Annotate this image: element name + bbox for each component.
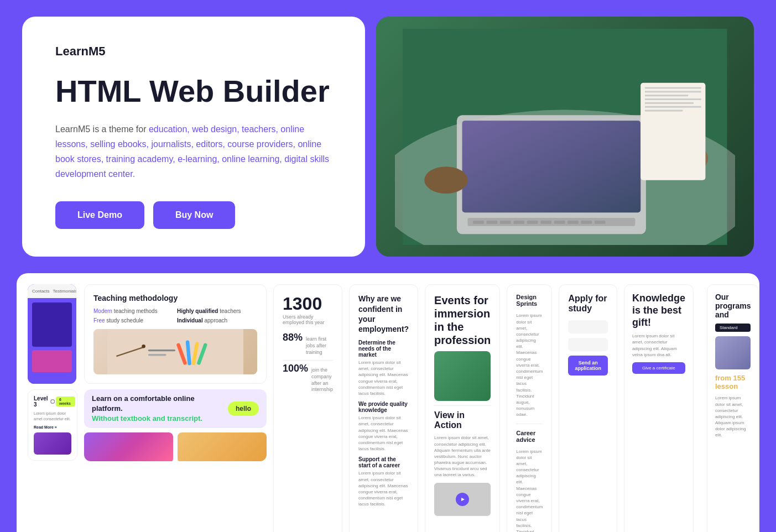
bottom-platform-card: Learn on a comfortable online platform. … — [84, 389, 267, 461]
svg-rect-30 — [148, 350, 175, 351]
price-highlight: from 155 lesson — [715, 374, 751, 390]
weeks-badge: 6 weeks — [56, 397, 75, 406]
svg-rect-11 — [645, 95, 688, 96]
svg-rect-31 — [148, 354, 166, 356]
teaching-grid: Modern teaching methods Highly qualified… — [93, 308, 257, 324]
stat1-pct: 88% — [283, 332, 303, 343]
play-icon[interactable] — [456, 493, 469, 506]
hero-image-card: Home Live Demo Live Demo Blocks — [376, 17, 754, 257]
top-section: LearnM5 HTML Web Builder LearnM5 is a th… — [0, 0, 776, 273]
sprint-text-2: Lorem ipsum dolor sit amet, consectetur … — [516, 448, 543, 532]
col-teaching: Teaching methodology Modern teaching met… — [84, 284, 267, 532]
programs-card: Our programs and Standard from 155 lesso… — [707, 284, 759, 532]
live-demo-button[interactable]: Live Demo — [55, 201, 144, 229]
svg-rect-22 — [554, 221, 565, 224]
apply-submit-btn[interactable]: Send an application — [568, 356, 608, 375]
mini-screen-pink — [32, 350, 72, 372]
sprints-card: Design Sprints Lorem ipsum dolor sit ame… — [507, 284, 552, 532]
view-action-title: View in Action — [434, 410, 491, 430]
svg-rect-14 — [645, 106, 701, 107]
conf-item-1: Determine the needs of the market Lorem … — [358, 340, 409, 397]
hero-title: HTML Web Builder — [55, 74, 332, 108]
svg-rect-19 — [514, 221, 525, 224]
sprint-text-1: Lorem ipsum dolor sit amet, consectetur … — [516, 312, 543, 418]
teaching-image — [93, 329, 257, 374]
svg-point-6 — [424, 166, 467, 194]
svg-rect-27 — [107, 329, 243, 374]
knowledge-title: Knowledge is the best gift! — [632, 293, 685, 328]
level-label: Level 3 — [34, 395, 48, 408]
stat2-desc: join the company after an internship — [311, 367, 333, 393]
stat-row-1: 88% learn first jobs after training — [283, 332, 333, 356]
svg-rect-10 — [645, 91, 701, 92]
svg-rect-13 — [645, 102, 694, 104]
svg-rect-8 — [640, 82, 705, 180]
buy-now-button[interactable]: Buy Now — [153, 201, 235, 229]
level-card: Level 3 6 weeks Lorem ipsum dolor amet c… — [28, 389, 77, 461]
conf-text-2: Lorem ipsum dolor sit amet, consectetur … — [358, 415, 409, 452]
divider — [283, 360, 333, 361]
hero-card: LearnM5 HTML Web Builder LearnM5 is a th… — [22, 17, 365, 257]
svg-rect-15 — [645, 109, 683, 111]
img-yellow — [178, 432, 267, 461]
apply-phone-input[interactable] — [568, 338, 608, 351]
knowledge-btn[interactable]: Give a certificate — [632, 362, 685, 374]
svg-rect-16 — [473, 221, 484, 224]
hello-badge: hello — [228, 401, 259, 416]
programs-desc: Lorem ipsum dolor sit amet, consectetur … — [715, 395, 751, 438]
svg-rect-24 — [581, 221, 592, 224]
svg-rect-25 — [595, 221, 606, 224]
read-more-link[interactable]: Read More » — [34, 425, 71, 429]
svg-point-26 — [50, 400, 54, 404]
laptop-scene — [376, 17, 754, 257]
stat-big-label: Users already employed this year — [283, 314, 333, 325]
conf-item-2: We provide quality knowledge Lorem ipsum… — [358, 401, 409, 452]
svg-rect-4 — [462, 121, 640, 212]
svg-rect-20 — [527, 221, 538, 224]
svg-marker-36 — [461, 498, 465, 501]
sprint-title-1: Design Sprints — [516, 294, 543, 307]
knowledge-text: Lorem ipsum dolor sit amet, consectetur … — [632, 333, 685, 358]
price-value: 155 — [733, 374, 745, 382]
mini-screen-dark — [32, 302, 72, 347]
svg-rect-9 — [645, 87, 701, 88]
apply-card: Apply for study Send an application — [559, 284, 617, 532]
bottom-preview-section: Contacts Testimonials Help Level 3 6 wee… — [17, 273, 759, 532]
conf-title-1: Determine the needs of the market — [358, 340, 409, 358]
stats-card: 1300 Users already employed this year 88… — [273, 284, 342, 532]
col-mockup: Contacts Testimonials Help Level 3 6 wee… — [28, 284, 77, 532]
platform-text: Learn on a comfortable online platform. — [92, 394, 222, 414]
laptop-illustration — [395, 29, 735, 245]
programs-title: Our programs and — [715, 293, 751, 319]
events-divider — [434, 405, 491, 406]
svg-point-29 — [142, 345, 145, 348]
conf-title-3: Support at the start of a career — [358, 456, 409, 468]
confidence-card: Why are we confident in your employment?… — [349, 284, 418, 532]
programs-preview-image — [715, 336, 751, 369]
edit-icon — [50, 399, 55, 404]
view-action-desc: Lorem ipsum dolor sit amet, consectetur … — [434, 435, 491, 478]
stat1-desc: learn first jobs after training — [306, 336, 333, 356]
stat2-pct: 100% — [283, 363, 308, 374]
writing-illustration — [93, 329, 257, 374]
apply-name-input[interactable] — [568, 320, 608, 333]
level-desc: Lorem ipsum dolor amet consectetur elit. — [34, 411, 71, 422]
teaching-card: Teaching methodology Modern teaching met… — [84, 284, 267, 384]
conf-text-1: Lorem ipsum dolor sit amet, consectetur … — [358, 359, 409, 397]
level-image — [34, 432, 71, 455]
brand-name: LearnM5 — [55, 44, 332, 59]
hero-buttons: Live Demo Buy Now — [55, 201, 332, 229]
conf-text-3: Lorem ipsum dolor sit amet, consectetur … — [358, 470, 409, 507]
events-title: Events for immersion in the profession — [434, 294, 491, 347]
svg-rect-21 — [541, 221, 552, 224]
events-image — [434, 351, 491, 401]
knowledge-card: Knowledge is the best gift! Lorem ipsum … — [624, 284, 694, 532]
view-action-image — [434, 483, 491, 516]
img-pink — [84, 432, 173, 461]
sprint-title-2: Career advice — [516, 430, 543, 443]
mini-nav: Contacts Testimonials Help — [28, 284, 76, 298]
confidence-title: Why are we confident in your employment? — [358, 294, 409, 334]
platform-row: Learn on a comfortable online platform. … — [84, 389, 267, 428]
svg-rect-12 — [645, 98, 701, 100]
events-card: Events for immersion in the profession V… — [425, 284, 500, 532]
